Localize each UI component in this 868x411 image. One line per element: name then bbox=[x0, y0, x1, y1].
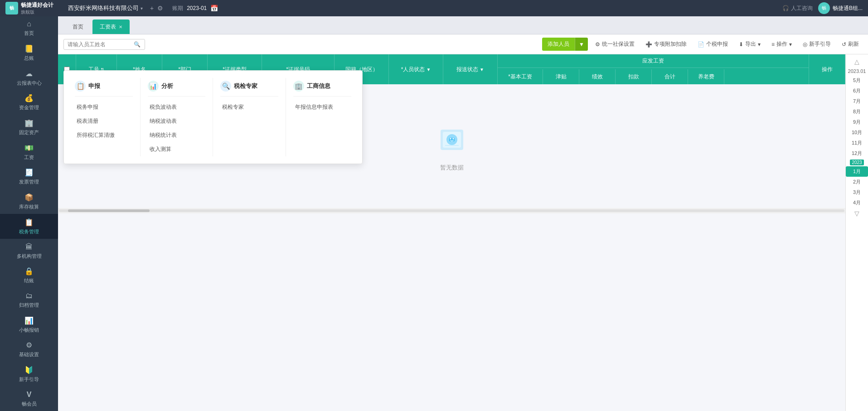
sidebar-item-close[interactable]: 🔒 结账 bbox=[0, 263, 58, 288]
add-person-button-group: 添加人员 ▼ bbox=[542, 38, 588, 51]
sidebar-item-fund[interactable]: 💰 资金管理 bbox=[0, 90, 58, 115]
menu-item-tax-table-register[interactable]: 税表清册 bbox=[75, 114, 133, 128]
social-insurance-icon: ⚙ bbox=[595, 41, 600, 48]
timeline-year-2023-badge: 2023 bbox=[850, 160, 863, 165]
menu-item-income-tax-settlement[interactable]: 所得税汇算清缴 bbox=[75, 128, 133, 142]
search-icon: 🔍 bbox=[134, 41, 141, 48]
timeline-month-1[interactable]: 1月 bbox=[846, 166, 868, 177]
sidebar-item-member[interactable]: V 畅会员 bbox=[0, 387, 58, 411]
add-person-button[interactable]: 添加人员 bbox=[542, 38, 575, 51]
timeline-month-5[interactable]: 5月 bbox=[846, 75, 868, 86]
svg-point-4 bbox=[450, 138, 451, 140]
sidebar-item-multi-org[interactable]: 🏛 多机构管理 bbox=[0, 239, 58, 263]
timeline-month-12[interactable]: 12月 bbox=[846, 148, 868, 159]
timeline-next-button[interactable]: ▽ bbox=[853, 208, 861, 219]
company-selector[interactable]: 西安虾米网络科技有限公司 ▾ bbox=[68, 4, 143, 12]
sidebar-item-basic[interactable]: ⚙ 基础设置 bbox=[0, 337, 58, 362]
timeline-month-6[interactable]: 6月 bbox=[846, 86, 868, 96]
dropdown-section-business-info: 🏢 工商信息 年报信息申报表 bbox=[286, 78, 359, 156]
guide-btn-icon: ◎ bbox=[803, 41, 807, 48]
timeline-month-2[interactable]: 2月 bbox=[846, 177, 868, 187]
sidebar-item-home[interactable]: ⌂ 首页 bbox=[0, 16, 58, 41]
salary-icon: 💵 bbox=[24, 144, 34, 152]
menu-item-income-estimation[interactable]: 收入测算 bbox=[148, 142, 206, 156]
section-declaration-title: 📋 申报 bbox=[75, 78, 133, 97]
archive-icon: 🗂 bbox=[25, 292, 33, 300]
special-deduct-icon: ➕ bbox=[645, 41, 652, 48]
service-button[interactable]: 🎧 人工咨询 bbox=[782, 5, 813, 12]
no-data-icon bbox=[434, 121, 470, 158]
sidebar-item-sales[interactable]: 📊 小畅报销 bbox=[0, 312, 58, 337]
timeline-prev-button[interactable]: △ bbox=[853, 56, 861, 67]
menu-item-tax-burden-fluctuation[interactable]: 税负波动表 bbox=[148, 100, 206, 114]
operations-button[interactable]: ≡ 操作 ▾ bbox=[768, 39, 795, 50]
export-button[interactable]: ⬇ 导出 ▾ bbox=[735, 39, 764, 50]
refresh-icon: ↺ bbox=[842, 41, 846, 48]
timeline-month-3[interactable]: 3月 bbox=[846, 187, 868, 198]
add-icon[interactable]: + bbox=[150, 5, 154, 12]
settings-icon[interactable]: ⚙ bbox=[157, 5, 163, 12]
salary-sub-headers: *基本工资 津贴 绩效 扣款 合计 养老费 bbox=[498, 69, 809, 84]
search-input[interactable] bbox=[68, 41, 131, 48]
sidebar-item-invoice[interactable]: 🧾 发票管理 bbox=[0, 164, 58, 189]
sidebar-item-archive[interactable]: 🗂 归档管理 bbox=[0, 288, 58, 313]
fund-icon: 💰 bbox=[24, 94, 34, 102]
tab-home[interactable]: 首页 bbox=[65, 19, 91, 34]
analysis-icon: 📊 bbox=[148, 81, 159, 92]
guide-button[interactable]: ◎ 新手引导 bbox=[799, 39, 834, 50]
sidebar-item-cloud-report[interactable]: ☁ 云报表中心 bbox=[0, 65, 58, 90]
company-dropdown-icon[interactable]: ▾ bbox=[141, 6, 143, 11]
menu-item-tax-expert[interactable]: 税检专家 bbox=[220, 100, 278, 114]
menu-item-tax-declaration[interactable]: 税务申报 bbox=[75, 100, 133, 114]
tax-expert-icon: 🔍 bbox=[220, 81, 231, 92]
sidebar-item-salary[interactable]: 💵 工资 bbox=[0, 140, 58, 164]
menu-item-tax-statistics[interactable]: 纳税统计表 bbox=[148, 128, 206, 142]
section-tax-expert-title: 🔍 税检专家 bbox=[220, 78, 278, 97]
bottom-scrollbar[interactable] bbox=[58, 208, 845, 213]
logo-icon: 畅 bbox=[5, 2, 18, 15]
person-status-filter-icon[interactable]: ▼ bbox=[426, 67, 431, 72]
search-box[interactable]: 🔍 bbox=[63, 39, 145, 50]
timeline-month-9[interactable]: 9月 bbox=[846, 117, 868, 127]
th-allowance: 津贴 bbox=[543, 69, 579, 84]
th-base-salary: *基本工资 bbox=[498, 69, 543, 84]
sidebar-item-inventory[interactable]: 📦 库存核算 bbox=[0, 189, 58, 214]
tab-close-icon[interactable]: ✕ bbox=[119, 24, 122, 29]
add-person-dropdown-button[interactable]: ▼ bbox=[575, 38, 588, 51]
special-deduct-button[interactable]: ➕ 专项附加扣除 bbox=[642, 39, 690, 50]
individual-tax-button[interactable]: 📄 个税申报 bbox=[694, 39, 732, 50]
sidebar-item-assets[interactable]: 🏢 固定资产 bbox=[0, 115, 58, 140]
report-status-filter-icon[interactable]: ▼ bbox=[480, 67, 484, 72]
th-deduct: 扣款 bbox=[616, 69, 652, 84]
sidebar-item-tax[interactable]: 📋 税务管理 bbox=[0, 214, 58, 239]
timeline-month-4[interactable]: 4月 bbox=[846, 198, 868, 208]
timeline-month-10[interactable]: 10月 bbox=[846, 127, 868, 138]
settings-gear-icon: ⚙ bbox=[26, 341, 32, 349]
timeline-month-7[interactable]: 7月 bbox=[846, 96, 868, 106]
ops-icon: ≡ bbox=[771, 41, 775, 48]
calendar-icon[interactable]: 📅 bbox=[210, 5, 218, 12]
th-person-status: *人员状态 ▼ bbox=[389, 54, 443, 84]
ops-dropdown-icon: ▾ bbox=[789, 41, 792, 48]
scroll-thumb[interactable] bbox=[68, 209, 150, 212]
sidebar: ⌂ 首页 📒 总账 ☁ 云报表中心 💰 资金管理 🏢 固定资产 💵 工资 🧾 发… bbox=[0, 16, 58, 411]
company-name: 西安虾米网络科技有限公司 bbox=[68, 4, 139, 12]
menu-item-tax-payment-fluctuation[interactable]: 纳税波动表 bbox=[148, 114, 206, 128]
timeline-month-11[interactable]: 11月 bbox=[846, 138, 868, 148]
social-insurance-button[interactable]: ⚙ 统一社保设置 bbox=[592, 39, 638, 50]
sidebar-item-guide[interactable]: 🔰 新手引导 bbox=[0, 362, 58, 387]
user-name: 畅捷通B组... bbox=[833, 5, 863, 12]
tax-icon: 📋 bbox=[24, 218, 34, 227]
no-data-text: 暂无数据 bbox=[440, 164, 464, 172]
refresh-button[interactable]: ↺ 刷新 bbox=[838, 39, 863, 50]
sidebar-item-ledger[interactable]: 📒 总账 bbox=[0, 41, 58, 66]
timeline-month-8[interactable]: 8月 bbox=[846, 106, 868, 117]
app-version: 旗舰版 bbox=[21, 9, 53, 15]
tab-salary-table[interactable]: 工资表 ✕ bbox=[92, 19, 130, 34]
menu-item-annual-report[interactable]: 年报信息申报表 bbox=[293, 100, 352, 114]
dropdown-menu: 📋 申报 税务申报 税表清册 所得税汇算清缴 📊 分析 税负波动表 纳税波动表 … bbox=[63, 70, 363, 164]
top-bar-right: 🎧 人工咨询 畅 畅捷通B组... bbox=[782, 2, 863, 14]
scroll-track bbox=[59, 209, 844, 212]
export-dropdown-icon: ▾ bbox=[758, 41, 761, 48]
th-report-status: 报送状态 ▼ bbox=[443, 54, 498, 84]
